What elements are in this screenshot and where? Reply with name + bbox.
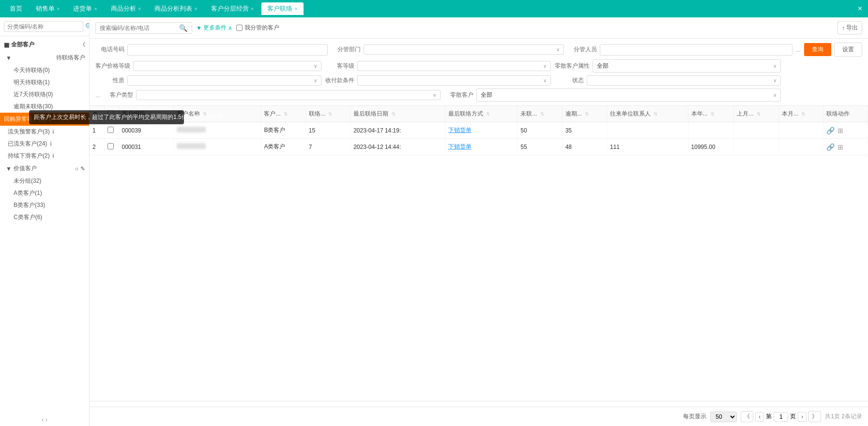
sidebar-item-today[interactable]: 今天待联络(0): [0, 64, 89, 76]
th-this-month: 本月... ⇅: [778, 106, 823, 122]
edit-icon[interactable]: ✎: [80, 165, 85, 172]
th-contact-count: 联络... ⇅: [305, 106, 350, 122]
th-action: 联络动作: [823, 106, 868, 122]
sidebar-item-b-class[interactable]: B类客户(33): [0, 199, 89, 211]
info-icon-lost-preview: ℹ: [52, 129, 54, 134]
row1-checkbox[interactable]: [107, 127, 114, 133]
more-conditions-link[interactable]: ...: [95, 92, 100, 99]
nav-customer-contact-close[interactable]: ×: [294, 6, 297, 12]
retail-attr-arrow: ∨: [773, 63, 777, 69]
filter-customer-type: 客户类型 ∨: [104, 90, 441, 100]
row1-this-year: [688, 122, 734, 139]
row1-grid-icon[interactable]: ⊞: [838, 127, 843, 134]
top-nav: 首页 销售单 × 进货单 × 商品分析 × 商品分析列表 × 客户分层经营 × …: [0, 0, 868, 17]
status-select[interactable]: ∨: [587, 75, 781, 86]
row2-last-method[interactable]: 下销货单: [445, 139, 518, 155]
person-input[interactable]: [600, 44, 792, 56]
page-size-select[interactable]: 50 20 100: [710, 411, 737, 422]
nav-sales-close[interactable]: ×: [57, 6, 60, 12]
sort-icon-overdue[interactable]: ⇅: [585, 111, 589, 117]
query-button[interactable]: 查询: [804, 43, 831, 56]
sort-icon-last-month[interactable]: ⇅: [757, 111, 761, 117]
row1-action-icons: 🔗 ⊞: [826, 127, 865, 134]
my-customer-checkbox-area[interactable]: 我分管的客户: [236, 24, 279, 32]
page-input[interactable]: [774, 412, 788, 422]
nav-analysis[interactable]: 商品分析 ×: [105, 2, 147, 15]
payment-select[interactable]: ∨: [357, 75, 551, 86]
gender-select[interactable]: ∨: [127, 75, 321, 86]
nav-customer-tier[interactable]: 客户分层经营 ×: [205, 2, 259, 15]
nav-purchase[interactable]: 进货单 ×: [67, 2, 103, 15]
sidebar-item-tomorrow[interactable]: 明天待联络(1): [0, 76, 89, 88]
my-customer-checkbox[interactable]: [236, 25, 243, 31]
sidebar-search-icon[interactable]: 🔍: [85, 23, 90, 30]
sidebar-item-c-class[interactable]: C类客户(6): [0, 211, 89, 223]
row2-link-icon[interactable]: 🔗: [826, 143, 835, 151]
nav-analysis-list[interactable]: 商品分析列表 ×: [149, 2, 203, 15]
th-level: 客户... ⇅: [261, 106, 305, 122]
window-close-btn[interactable]: ×: [858, 4, 862, 13]
sort-icon-this-year[interactable]: ⇅: [711, 111, 715, 117]
horizontal-scrollbar[interactable]: [90, 401, 868, 407]
nav-home[interactable]: 首页: [4, 2, 28, 15]
customer-type-select[interactable]: ∨: [136, 90, 441, 100]
sidebar-item-already-lost[interactable]: 已流失客户(24) ℹ: [0, 138, 89, 150]
nav-customer-tier-close[interactable]: ×: [251, 6, 254, 12]
sidebar-item-7days[interactable]: 近7天待联络(0): [0, 88, 89, 101]
nav-sales[interactable]: 销售单 ×: [30, 2, 65, 15]
more-filter-btn[interactable]: ▼ 更多条件 ∧: [196, 24, 232, 32]
price-level-select[interactable]: ∨: [133, 61, 321, 71]
row1-checkbox-cell[interactable]: [104, 122, 119, 139]
filter-retail: 零散客户 全部 ∨: [444, 88, 781, 102]
sort-icon-level[interactable]: ⇅: [284, 111, 288, 117]
sidebar-all-customers[interactable]: ▦ 全部客户 《: [0, 38, 89, 51]
last-page-btn[interactable]: 》: [808, 411, 821, 422]
next-page-btn[interactable]: ›: [798, 412, 807, 422]
first-page-btn[interactable]: 《: [741, 411, 753, 422]
row1-link-icon[interactable]: 🔗: [826, 127, 835, 134]
row2-no-contact: 55: [518, 139, 562, 155]
value-customer-header[interactable]: ▼ 价值客户 ○ ✎: [0, 162, 89, 175]
row1-last-method[interactable]: 下销货单: [445, 122, 518, 139]
collapse-sidebar-icon[interactable]: 《: [80, 41, 85, 48]
customer-level-select[interactable]: ∨: [357, 61, 551, 71]
sidebar-search-input[interactable]: [4, 21, 83, 32]
nav-customer-contact[interactable]: 客户联络 ×: [261, 2, 303, 15]
sidebar-item-lost-preview[interactable]: 流失预警客户(3) ℹ: [0, 126, 89, 138]
export-button[interactable]: ↑ 导出: [838, 21, 862, 34]
circle-icon[interactable]: ○: [75, 165, 78, 172]
filter-row-4: ... 客户类型 ∨ 零散客户 全部 ∨: [95, 88, 862, 102]
dept-select[interactable]: ∨: [364, 44, 564, 55]
retail-attr-select[interactable]: 全部 ∨: [593, 59, 781, 73]
sidebar-item-ungroup[interactable]: 未分组(32): [0, 175, 89, 187]
phone-input[interactable]: [127, 44, 328, 56]
th-last-month: 上月... ⇅: [734, 106, 778, 122]
nav-analysis-close[interactable]: ×: [138, 6, 141, 12]
sidebar-scroll-down[interactable]: ‹ ›: [0, 413, 89, 426]
nav-analysis-list-close[interactable]: ×: [194, 6, 197, 12]
sort-icon-contact-count[interactable]: ⇅: [328, 111, 332, 117]
person-more-btn[interactable]: ...: [795, 46, 800, 53]
nav-purchase-close[interactable]: ×: [94, 6, 97, 12]
row1-no-contact: 50: [518, 122, 562, 139]
sort-icon-last-method[interactable]: ⇅: [486, 111, 490, 117]
sort-icon-no-contact[interactable]: ⇅: [540, 111, 544, 117]
gender-arrow: ∨: [314, 78, 317, 83]
sort-icon-contact-person[interactable]: ⇅: [654, 111, 657, 117]
toolbar-search-icon[interactable]: 🔍: [179, 24, 187, 32]
sidebar-item-a-class[interactable]: A类客户(1): [0, 187, 89, 199]
row2-checkbox[interactable]: [107, 143, 114, 149]
prev-page-btn[interactable]: ‹: [755, 412, 764, 422]
setting-button[interactable]: 设置: [834, 43, 862, 57]
row1-actions: 🔗 ⊞: [823, 122, 868, 139]
pending-contact-header[interactable]: ▼ 待联络客户: [0, 51, 89, 64]
retail-select[interactable]: 全部 ∨: [476, 88, 781, 102]
row2-checkbox-cell[interactable]: [104, 139, 119, 155]
sidebar-item-continuous-down[interactable]: 持续下滑客户(2) ℹ: [0, 150, 89, 162]
filter-panel: 电话号码 分管部门 ∨ 分管人员 ... 查询 设置: [90, 39, 868, 106]
row2-grid-icon[interactable]: ⊞: [838, 143, 843, 151]
sort-icon-last-date[interactable]: ⇅: [392, 111, 396, 117]
row2-name-blurred: [177, 143, 206, 149]
sort-icon-this-month[interactable]: ⇅: [801, 111, 805, 117]
search-input[interactable]: [100, 25, 177, 31]
